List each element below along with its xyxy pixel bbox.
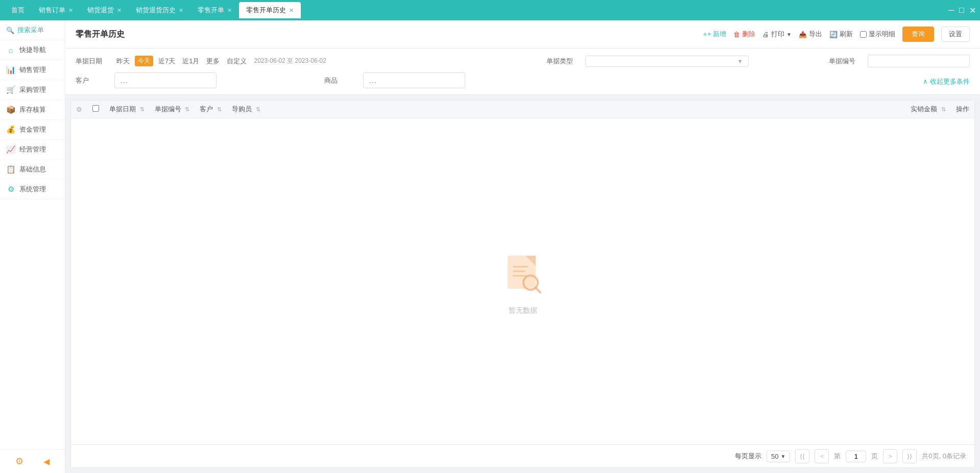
tab-sales-order[interactable]: 销售订单 ✕ <box>32 2 80 18</box>
page-number-input[interactable]: 1 <box>846 451 866 462</box>
tab-close-sales-order[interactable]: ✕ <box>68 7 73 14</box>
tab-sales-return[interactable]: 销货退货 ✕ <box>80 2 129 18</box>
add-button[interactable]: ＋ + 新增 <box>702 30 726 39</box>
sidebar-item-label: 采购管理 <box>19 85 46 94</box>
sidebar-bottom: ⚙ ◀ <box>0 449 65 473</box>
date-btn-last7[interactable]: 近7天 <box>156 56 177 67</box>
tab-close-sales-return-history[interactable]: ✕ <box>179 7 183 14</box>
setting-button[interactable]: 设置 <box>941 27 970 42</box>
filter-row-1: 单据日期 昨天 今天 近7天 近1月 更多 自定义 2023-06-02 至 2… <box>76 55 970 67</box>
empty-text: 暂无数据 <box>509 306 537 315</box>
select-all-checkbox[interactable] <box>92 105 99 112</box>
display-detail-checkbox[interactable]: 显示明细 <box>860 30 895 39</box>
sort-customer-icon: ⇅ <box>217 106 222 112</box>
type-select-arrow: ▼ <box>737 58 743 64</box>
table-area: ⚙ 单据日期 ⇅ 单据编号 ⇅ <box>70 100 975 468</box>
content-area: 零售开单历史 ＋ + 新增 🗑 删除 🖨 打印 ▼ 📤 导出 <box>65 20 980 473</box>
sidebar-item-operation[interactable]: 📈 经营管理 <box>0 140 65 160</box>
date-btn-last-month[interactable]: 近1月 <box>180 56 201 67</box>
tab-home[interactable]: 首页 <box>4 2 32 18</box>
th-number[interactable]: 单据编号 ⇅ <box>150 101 195 118</box>
tab-close-retail-open[interactable]: ✕ <box>227 7 232 14</box>
type-select[interactable]: ▼ <box>585 56 749 67</box>
sidebar-item-base-info[interactable]: 📋 基础信息 <box>0 160 65 180</box>
tab-close-retail-history[interactable]: ✕ <box>289 7 294 14</box>
th-salesperson[interactable]: 导购员 ⇅ <box>227 101 266 118</box>
settings-bottom-icon[interactable]: ⚙ <box>15 456 23 467</box>
sort-number-icon: ⇅ <box>185 106 189 112</box>
print-button[interactable]: 🖨 打印 ▼ <box>762 30 792 39</box>
inventory-icon: 📦 <box>6 105 15 114</box>
sidebar-item-label: 系统管理 <box>19 185 46 194</box>
sort-salesperson-icon: ⇅ <box>256 106 260 112</box>
delete-button[interactable]: 🗑 删除 <box>733 30 755 39</box>
date-btn-today[interactable]: 今天 <box>135 56 153 66</box>
sidebar: 🔍 搜索采单 ⌂ 快捷导航 📊 销售管理 🛒 采购管理 📦 库存核算 💰 资金管… <box>0 20 65 473</box>
date-btn-custom[interactable]: 自定义 <box>225 56 249 67</box>
sidebar-item-label: 经营管理 <box>19 145 46 154</box>
tab-retail-open[interactable]: 零售开单 ✕ <box>190 2 239 18</box>
chevron-up-icon: ∧ <box>923 78 928 85</box>
date-group: 昨天 今天 近7天 近1月 更多 自定义 2023-06-02 至 2023-0… <box>114 56 326 67</box>
sidebar-item-label: 库存核算 <box>19 105 46 114</box>
maximize-icon[interactable]: □ <box>959 6 964 15</box>
sidebar-item-system[interactable]: ⚙ 系统管理 <box>0 180 65 200</box>
purchase-icon: 🛒 <box>6 85 15 94</box>
sort-date-icon: ⇅ <box>140 106 145 112</box>
collapse-sidebar-icon[interactable]: ◀ <box>43 457 50 466</box>
print-dropdown-icon: ▼ <box>786 32 792 37</box>
tab-retail-history[interactable]: 零售开单历史 ✕ <box>239 2 301 18</box>
sidebar-item-purchase-mgmt[interactable]: 🛒 采购管理 <box>0 80 65 100</box>
per-page-dropdown-icon: ▼ <box>780 454 785 459</box>
prev-page-btn[interactable]: ＜ <box>815 449 829 463</box>
last-page-btn[interactable]: ⟩⟩ <box>902 449 917 463</box>
svg-rect-4 <box>513 275 527 277</box>
home-icon: ⌂ <box>6 46 15 55</box>
sidebar-item-inventory[interactable]: 📦 库存核算 <box>0 100 65 120</box>
export-button[interactable]: 📤 导出 <box>799 30 822 39</box>
header-actions: ＋ + 新增 🗑 删除 🖨 打印 ▼ 📤 导出 🔄 <box>702 27 970 42</box>
filter-row-2: 客户 ... 商品 ... ∧ 收起更多条件 <box>76 72 970 88</box>
minimize-icon[interactable]: ─ <box>948 6 954 15</box>
next-page-btn[interactable]: ＞ <box>883 449 897 463</box>
th-amount[interactable]: 实销金额 ⇅ <box>905 101 951 118</box>
display-detail-check[interactable] <box>860 31 867 38</box>
sidebar-item-quick-nav[interactable]: ⌂ 快捷导航 <box>0 40 65 60</box>
close-icon[interactable]: ✕ <box>969 6 976 15</box>
export-icon: 📤 <box>799 31 807 38</box>
sidebar-item-finance[interactable]: 💰 资金管理 <box>0 120 65 140</box>
refresh-icon: 🔄 <box>829 31 838 38</box>
svg-rect-3 <box>513 270 525 272</box>
svg-line-7 <box>536 288 540 292</box>
goods-label: 商品 <box>324 76 353 85</box>
th-customer[interactable]: 客户 ⇅ <box>195 101 227 118</box>
top-tabbar: 首页 销售订单 ✕ 销货退货 ✕ 销货退货历史 ✕ 零售开单 ✕ 零售开单历史 … <box>0 0 980 20</box>
top-right-icons: ─ □ ✕ <box>948 6 976 15</box>
tab-sales-return-history[interactable]: 销货退货历史 ✕ <box>129 2 190 18</box>
first-page-btn[interactable]: ⟨⟨ <box>795 449 809 463</box>
sidebar-item-label: 资金管理 <box>19 125 46 134</box>
sidebar-search[interactable]: 🔍 搜索采单 <box>0 20 65 40</box>
date-btn-more[interactable]: 更多 <box>204 56 222 67</box>
th-checkbox-all[interactable] <box>87 101 104 118</box>
number-input[interactable] <box>868 55 970 67</box>
sidebar-item-sales-mgmt[interactable]: 📊 销售管理 <box>0 60 65 80</box>
main-layout: 🔍 搜索采单 ⌂ 快捷导航 📊 销售管理 🛒 采购管理 📦 库存核算 💰 资金管… <box>0 20 980 473</box>
collapse-btn[interactable]: ∧ 收起更多条件 <box>923 77 970 86</box>
th-settings[interactable]: ⚙ <box>71 101 87 118</box>
tab-close-sales-return[interactable]: ✕ <box>117 7 122 14</box>
per-page-select[interactable]: 50 ▼ <box>767 451 790 462</box>
query-button[interactable]: 查询 <box>902 27 934 42</box>
system-icon: ⚙ <box>6 185 15 194</box>
sales-icon: 📊 <box>6 65 15 74</box>
per-page-label: 每页显示 <box>735 452 761 461</box>
th-date[interactable]: 单据日期 ⇅ <box>104 101 150 118</box>
goods-select[interactable]: ... <box>363 72 465 88</box>
refresh-button[interactable]: 🔄 刷新 <box>829 30 853 39</box>
empty-state: 暂无数据 <box>71 118 974 444</box>
customer-select[interactable]: ... <box>114 72 217 88</box>
customer-label: 客户 <box>76 76 104 85</box>
table-settings-icon[interactable]: ⚙ <box>76 106 82 113</box>
date-btn-yesterday[interactable]: 昨天 <box>114 56 132 67</box>
search-icon: 🔍 <box>6 27 14 34</box>
